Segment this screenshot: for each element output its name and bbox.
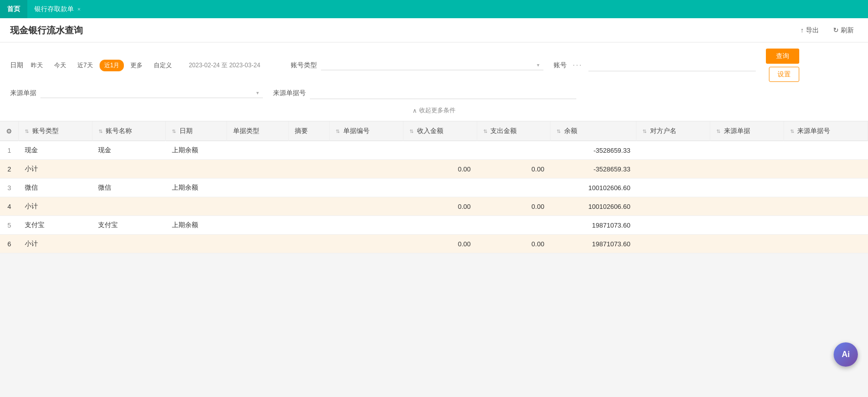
- table-cell: [710, 216, 784, 235]
- table-cell: [477, 216, 551, 235]
- table-cell: [710, 179, 784, 197]
- table-cell: 支付宝: [19, 216, 93, 235]
- date-btn-自定义[interactable]: 自定义: [149, 60, 176, 71]
- table-cell: [289, 160, 330, 179]
- query-button[interactable]: 查询: [766, 49, 799, 64]
- page-header: 现金银行流水查询 ↑ 导出 ↻ 刷新: [0, 18, 868, 42]
- table-cell: 上期余额: [166, 216, 227, 235]
- account-dots-button[interactable]: ···: [571, 61, 584, 70]
- sort-icon-10: ⇅: [790, 128, 794, 134]
- date-btn-昨天[interactable]: 昨天: [26, 60, 48, 71]
- table-cell: 4: [0, 197, 19, 216]
- table-row: 4小计0.000.00100102606.60: [0, 197, 868, 216]
- table-cell: [330, 216, 403, 235]
- table-cell: 现金: [92, 141, 166, 160]
- table-cell: [289, 197, 330, 216]
- sort-icon-2: ⇅: [99, 128, 103, 134]
- table-row: 3微信微信上期余额100102606.60: [0, 179, 868, 197]
- table-cell: [636, 235, 710, 253]
- source-doc-group: 来源单据 ▾: [10, 88, 263, 98]
- table-cell: [636, 197, 710, 216]
- sort-icon-8: ⇅: [643, 128, 647, 134]
- nav-home[interactable]: 首页: [0, 0, 27, 18]
- table-cell: [166, 235, 227, 253]
- tab-close-icon[interactable]: ×: [77, 0, 80, 18]
- th-account-name[interactable]: ⇅ 账号名称: [92, 121, 166, 141]
- account-type-group: 账号类型 ▾: [291, 60, 543, 70]
- th-doc-no[interactable]: ⇅ 单据编号: [330, 121, 403, 141]
- collapse-bar[interactable]: ∧ 收起更多条件: [10, 104, 858, 115]
- chevron-down-icon-2: ▾: [256, 90, 259, 96]
- filter-row-1: 日期 昨天今天近7天近1月更多自定义 2023-02-24 至 2023-03-…: [10, 49, 858, 82]
- table-cell: 1: [0, 141, 19, 160]
- table-cell: -3528659.33: [551, 160, 636, 179]
- chevron-down-icon: ▾: [537, 62, 539, 68]
- table-cell: [710, 160, 784, 179]
- table-cell: [166, 197, 227, 216]
- table-cell: 微信: [19, 179, 93, 197]
- account-label: 账号: [554, 61, 567, 70]
- date-btn-近7天[interactable]: 近7天: [73, 60, 98, 71]
- table-body: 1现金现金上期余额-3528659.332小计0.000.00-3528659.…: [0, 141, 868, 253]
- table-cell: [226, 216, 288, 235]
- table-row: 6小计0.000.0019871073.60: [0, 235, 868, 253]
- table-cell: [784, 216, 867, 235]
- table-cell: [226, 235, 288, 253]
- nav-tab-银行存取款单[interactable]: 银行存取款单×: [27, 0, 101, 18]
- table-cell: [289, 179, 330, 197]
- sort-icon: ⇅: [25, 128, 29, 134]
- th-balance[interactable]: ⇅ 余额: [551, 121, 636, 141]
- table-cell: [226, 197, 288, 216]
- th-gear[interactable]: ⚙: [0, 121, 19, 141]
- table-area: ⚙ ⇅ 账号类型 ⇅ 账号名称 ⇅ 日期 单据类型 摘要: [0, 121, 868, 253]
- th-expense[interactable]: ⇅ 支出金额: [477, 121, 551, 141]
- date-btn-今天[interactable]: 今天: [50, 60, 71, 71]
- th-account-type[interactable]: ⇅ 账号类型: [19, 121, 93, 141]
- source-doc-no-group: 来源单据号: [273, 87, 576, 99]
- table-cell: [710, 197, 784, 216]
- table-cell: [330, 141, 403, 160]
- th-source-doc-no[interactable]: ⇅ 来源单据号: [784, 121, 867, 141]
- table-cell: 0.00: [403, 197, 477, 216]
- source-doc-label: 来源单据: [10, 89, 36, 98]
- table-cell: [289, 216, 330, 235]
- table-cell: [226, 179, 288, 197]
- sort-icon-3: ⇅: [172, 128, 176, 134]
- table-cell: 19871073.60: [551, 235, 636, 253]
- table-cell: 小计: [19, 197, 93, 216]
- gear-icon[interactable]: ⚙: [6, 127, 12, 135]
- table-header-row: ⚙ ⇅ 账号类型 ⇅ 账号名称 ⇅ 日期 单据类型 摘要: [0, 121, 868, 141]
- th-date[interactable]: ⇅ 日期: [166, 121, 227, 141]
- account-group: 账号 ···: [554, 59, 756, 71]
- table-cell: 2: [0, 160, 19, 179]
- table-cell: [166, 160, 227, 179]
- table-cell: [289, 141, 330, 160]
- collapse-up-icon: ∧: [413, 107, 417, 114]
- table-cell: [289, 235, 330, 253]
- table-cell: 小计: [19, 235, 93, 253]
- th-doc-type: 单据类型: [226, 121, 288, 141]
- date-label: 日期: [10, 61, 23, 70]
- account-input[interactable]: [588, 59, 756, 71]
- table-cell: 6: [0, 235, 19, 253]
- date-filter-group: 日期 昨天今天近7天近1月更多自定义: [10, 60, 176, 71]
- table-cell: [330, 235, 403, 253]
- th-income[interactable]: ⇅ 收入金额: [403, 121, 477, 141]
- source-doc-select[interactable]: ▾: [40, 88, 263, 98]
- table-row: 5支付宝支付宝上期余额19871073.60: [0, 216, 868, 235]
- table-cell: [226, 141, 288, 160]
- export-button[interactable]: ↑ 导出: [797, 24, 824, 37]
- date-btn-更多[interactable]: 更多: [126, 60, 147, 71]
- source-doc-no-input[interactable]: [310, 87, 576, 99]
- refresh-button[interactable]: ↻ 刷新: [829, 24, 858, 37]
- table-cell: 100102606.60: [551, 197, 636, 216]
- source-doc-no-label: 来源单据号: [273, 89, 306, 98]
- settings-button[interactable]: 设置: [769, 67, 799, 82]
- date-btn-近1月[interactable]: 近1月: [100, 60, 124, 71]
- account-type-select[interactable]: ▾: [321, 60, 543, 70]
- th-source-doc[interactable]: ⇅ 来源单据: [710, 121, 784, 141]
- table-cell: [636, 179, 710, 197]
- th-counterpart[interactable]: ⇅ 对方户名: [636, 121, 710, 141]
- table-cell: 支付宝: [92, 216, 166, 235]
- filter-right-buttons: 查询 设置: [766, 49, 799, 82]
